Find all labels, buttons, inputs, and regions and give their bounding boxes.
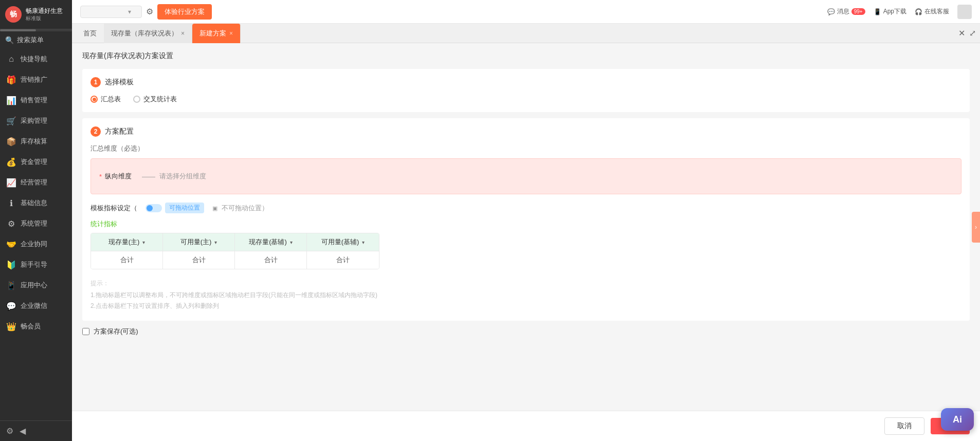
radio-cross[interactable]: 交叉统计表	[133, 95, 177, 104]
stats-col-3: 可用量(基辅) ▾ 合计	[307, 233, 379, 269]
sidebar-item-management[interactable]: 📈 经营管理	[0, 172, 72, 193]
tab-new-plan[interactable]: 新建方案 ×	[192, 24, 241, 43]
newbie-icon: 🔰	[6, 260, 16, 270]
cart-icon: 🛒	[6, 116, 16, 126]
sidebar-item-basic-info[interactable]: ℹ 基础信息	[0, 193, 72, 213]
chevron-down-icon: ▾	[128, 8, 131, 15]
radio-summary[interactable]: 汇总表	[90, 95, 121, 104]
sidebar-item-inventory[interactable]: 📦 库存核算	[0, 131, 72, 152]
tab-new-plan-close[interactable]: ×	[229, 30, 233, 37]
info-icon: ℹ	[6, 198, 16, 208]
page-content: 现存量(库存状况表)方案设置 1 选择模板 汇总表 交叉统计表 2	[72, 43, 980, 411]
radio-cross-circle	[133, 96, 140, 103]
stats-col-0: 现存量(主) ▾ 合计	[91, 233, 163, 269]
sidebar-item-app-center[interactable]: 📱 应用中心	[0, 275, 72, 296]
chevron-right-icon: ›	[975, 224, 977, 231]
stats-col-1-header: 可用量(主) ▾	[163, 233, 234, 251]
stats-label: 统计指标	[90, 219, 961, 229]
sidebar-search[interactable]: 🔍 搜索菜单	[0, 31, 72, 49]
expand-tab-icon[interactable]: ⤢	[969, 28, 976, 38]
search-input[interactable]	[85, 8, 126, 15]
msg-badge: 99+	[851, 8, 865, 15]
save-label[interactable]: 方案保存(可选)	[94, 327, 138, 336]
sidebar-item-purchase[interactable]: 🛒 采购管理	[0, 111, 72, 131]
tips-item-0: 1.拖动标题栏可以调整布局，不可跨维度或指标区域拖动栏目字段(只能在同一维度或指…	[90, 291, 961, 300]
sidebar-logo: 畅 畅康通好生意 标准版	[0, 0, 72, 29]
mobile-icon: 📱	[6, 280, 16, 290]
indicator-settings-label: 模板指标设定（	[90, 204, 137, 213]
home-icon: ⌂	[6, 54, 16, 64]
ai-float-button[interactable]: Ai	[941, 408, 974, 431]
col-3-dropdown-icon[interactable]: ▾	[362, 240, 365, 245]
stats-header-row: 现存量(主) ▾ 合计 可用量(主) ▾ 合计	[91, 233, 379, 269]
dimension-area[interactable]: * 纵向维度 —— 请选择分组维度	[90, 158, 961, 194]
indicator-fixed-icon: ▣	[212, 205, 217, 211]
indicator-settings: 模板指标设定（ 可拖动位置 ▣ 不可拖动位置）	[90, 203, 961, 213]
tips-title: 提示：	[90, 279, 961, 288]
mobile-icon: 📱	[874, 8, 881, 15]
indicator-toggle[interactable]	[146, 204, 162, 212]
tab-home[interactable]: 首页	[76, 24, 104, 43]
gear-icon[interactable]: ⚙	[146, 7, 153, 16]
stats-col-0-header: 现存量(主) ▾	[91, 233, 162, 251]
main-area: ▾ ⚙ 体验行业方案 💬 消息 99+ 📱 App下载 🎧 在线客服	[72, 0, 980, 441]
chart-icon: 📊	[6, 95, 16, 105]
gift-icon: 🎁	[6, 75, 16, 85]
stats-col-2: 现存量(基辅) ▾ 合计	[235, 233, 307, 269]
handshake-icon: 🤝	[6, 239, 16, 249]
search-icon: 🔍	[5, 36, 14, 44]
close-tab-icon[interactable]: ✕	[958, 28, 965, 38]
radio-cross-label: 交叉统计表	[143, 95, 177, 104]
section2-title: 方案配置	[105, 127, 134, 136]
tab-inventory[interactable]: 现存量（库存状况表） ×	[104, 24, 192, 43]
avatar-img	[957, 5, 972, 19]
msg-btn[interactable]: 💬 消息 99+	[827, 7, 865, 16]
sidebar-item-wechat[interactable]: 💬 企业微信	[0, 296, 72, 316]
system-icon: ⚙	[6, 218, 16, 229]
stats-col-3-cell: 合计	[307, 251, 379, 269]
right-panel-toggle[interactable]: ›	[972, 212, 980, 243]
sidebar-item-marketing[interactable]: 🎁 营销推广	[0, 69, 72, 90]
crown-icon: 👑	[6, 321, 16, 332]
customer-service-btn[interactable]: 🎧 在线客服	[915, 7, 949, 16]
topbar: ▾ ⚙ 体验行业方案 💬 消息 99+ 📱 App下载 🎧 在线客服	[72, 0, 980, 24]
settings-icon[interactable]: ⚙	[6, 426, 13, 436]
box-icon: 📦	[6, 136, 16, 146]
dimension-placeholder: 请选择分组维度	[159, 172, 206, 181]
col-2-dropdown-icon[interactable]: ▾	[290, 240, 293, 245]
radio-summary-label: 汇总表	[101, 95, 121, 104]
user-avatar[interactable]	[957, 5, 972, 19]
sidebar-item-sales[interactable]: 📊 销售管理	[0, 90, 72, 111]
cancel-button[interactable]: 取消	[884, 417, 924, 435]
headset-icon: 🎧	[915, 8, 922, 15]
sidebar-item-member[interactable]: 👑 畅会员	[0, 316, 72, 337]
trial-btn[interactable]: 体验行业方案	[157, 4, 212, 20]
collapse-icon[interactable]: ◀	[20, 426, 26, 436]
msg-icon: 💬	[827, 8, 835, 15]
section2-num: 2	[90, 126, 101, 137]
dimension-field: 纵向维度	[105, 172, 132, 181]
app-download-btn[interactable]: 📱 App下载	[874, 7, 906, 16]
tab-inventory-close[interactable]: ×	[181, 30, 185, 37]
stats-col-2-cell: 合计	[235, 251, 306, 269]
indicator-draggable-option[interactable]: 可拖动位置	[146, 203, 204, 213]
topbar-search-box[interactable]: ▾	[80, 6, 142, 18]
col-0-dropdown-icon[interactable]: ▾	[142, 240, 145, 245]
sidebar-item-quick-nav[interactable]: ⌂ 快捷导航	[0, 49, 72, 69]
sidebar-bottom: ⚙ ◀	[0, 420, 72, 441]
sidebar-item-newbie[interactable]: 🔰 新手引导	[0, 254, 72, 275]
footer-actions: 取消 查询	[72, 411, 980, 441]
topbar-left: ▾ ⚙ 体验行业方案	[80, 4, 821, 20]
section2-header: 2 方案配置	[90, 126, 961, 137]
stats-col-3-header: 可用量(基辅) ▾	[307, 233, 379, 251]
sidebar-item-finance[interactable]: 💰 资金管理	[0, 152, 72, 172]
money-icon: 💰	[6, 157, 16, 167]
col-1-dropdown-icon[interactable]: ▾	[214, 240, 217, 245]
tips-item-1: 2.点击标题栏下拉可设置排序、插入列和删除列	[90, 302, 961, 310]
save-checkbox[interactable]	[82, 328, 89, 335]
section1-title: 选择模板	[105, 78, 134, 87]
sidebar-item-system[interactable]: ⚙ 系统管理	[0, 213, 72, 234]
radio-summary-circle	[90, 96, 98, 103]
template-options: 汇总表 交叉统计表	[90, 95, 961, 104]
sidebar-item-enterprise[interactable]: 🤝 企业协同	[0, 234, 72, 254]
